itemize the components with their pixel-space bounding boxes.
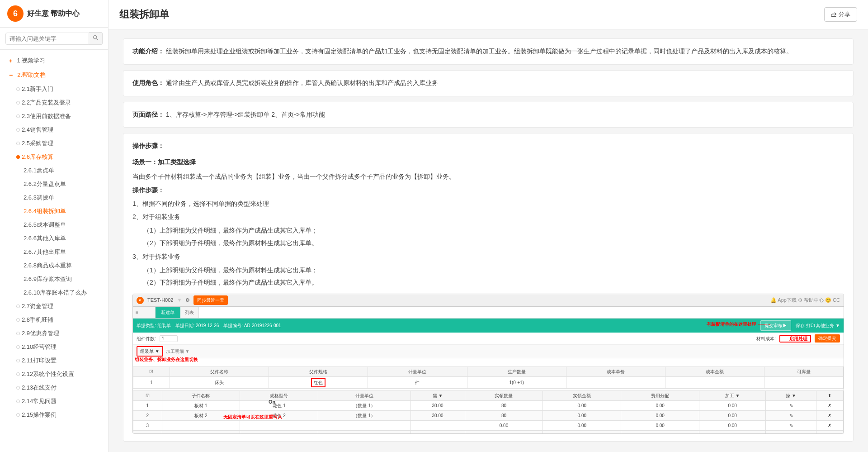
sidebar-item-2-8[interactable]: 2.8手机旺辅 [0, 313, 108, 327]
sidebar: 6 好生意 帮助中心 + 1.视频学习 − 2.帮助文档 2.1新手入门 2.2… [0, 0, 108, 452]
page-title: 组装拆卸单 [119, 8, 169, 21]
share-button[interactable]: 分享 [824, 7, 857, 22]
ss-type-switcher: 组装单 ▼ [137, 346, 163, 357]
ss-ltd-unit3 [318, 421, 410, 431]
ss-ltd-alloc3: 0.00 [621, 421, 699, 431]
sidebar-item-docs[interactable]: − 2.帮助文档 [0, 68, 108, 82]
ss-confirm-small-btn[interactable]: 确定提交 [815, 334, 840, 343]
screenshot-content: 6 TEST-H002 ▼ ⚙ 同步最近一天 🔔 App下载 ⚙ 帮助中心 😊 … [133, 294, 844, 433]
sidebar-item-2-5[interactable]: 2.5采购管理 [0, 137, 108, 150]
role-card: 使用角色： 通常由生产人员或库管人员完成拆装业务的操作，库管人员确认原材料的出库… [123, 70, 854, 96]
ss-lower-row1: 1 板材 1 花色-1 （数量-1） 30.00 80 0.00 0.00 0.… [133, 401, 844, 411]
sidebar-item-2-6-6[interactable]: 2.6.6其他入库单 [0, 232, 108, 245]
sidebar-item-2-2[interactable]: 2.2产品安装及登录 [0, 96, 108, 109]
dot-2-2 [16, 101, 20, 105]
ss-tab-list: 列表 [180, 307, 199, 318]
ss-orange-nav-btn: 同步最近一天 [193, 295, 228, 305]
ss-th-qty: 计量单位 [368, 367, 467, 377]
dot-2-15 [16, 413, 20, 417]
ss-td-check1: 1 [133, 377, 170, 389]
ss-ltd-1: 1 [133, 401, 162, 411]
function-intro-text: 组装拆卸单用来处理企业组装或拆卸等加工业务，支持有固定装配清单的产品加工业务，也… [166, 48, 793, 55]
sidebar-item-2-6-4[interactable]: 2.6.4组装拆卸单 [0, 205, 108, 218]
ss-ltd-amount4: 0.00 [543, 431, 621, 434]
ss-type-row-container: 组装单 ▼ 加工明细 ▼ 组装业务、拆卸业务在这里切换 [133, 345, 844, 358]
svg-point-0 [94, 36, 97, 39]
step3: 3、对于拆装业务 [132, 252, 844, 262]
sidebar-item-2-10[interactable]: 2.10经营管理 [0, 340, 108, 354]
sidebar-item-2-4[interactable]: 2.4销售管理 [0, 123, 108, 137]
ss-ltd-unit1: （数量-1） [318, 401, 410, 411]
sidebar-item-2-3[interactable]: 2.3使用前数据准备 [0, 109, 108, 123]
ss-ltd-icon4b: ✗ [816, 431, 843, 434]
dot-2-7 [16, 305, 20, 308]
sidebar-item-2-6-2[interactable]: 2.6.2分量盘点单 [0, 177, 108, 191]
annotation-enable: 启用处理 [789, 335, 807, 343]
step1: 1、根据不同的业务，选择不同单据的类型来处理 [132, 199, 844, 209]
sidebar-item-2-15[interactable]: 2.15操作案例 [0, 408, 108, 422]
ss-lower-table: ☑ 子件名称 规格型号 计量单位 需 ▼ 实领数量 实领金额 费用分配 加工 ▼ [133, 390, 844, 433]
ss-cost-label: 材料成本: [756, 335, 776, 343]
ss-th-goods: 父件名称 [170, 367, 269, 377]
search-input[interactable] [5, 33, 89, 45]
ss-form-type: 单据类型: 组装单 [137, 322, 171, 329]
step2-sub1: （1）上部明细为父件明细，最终作为产成品生成其它入库单； [143, 225, 844, 236]
ss-ltd-icon2b: ✗ [816, 411, 843, 421]
ss-ltd-4: 4 [133, 431, 162, 434]
ss-ltd-name1: 板材 1 [162, 401, 240, 411]
ss-icons-right: 🔔 App下载 ⚙ 帮助中心 😊 CC [770, 296, 840, 305]
scenario1-title: 场景一：加工类型选择 [132, 157, 844, 168]
dot-2-3 [16, 114, 20, 118]
ss-upper-table: ☑ 父件名称 父件规格 计量单位 生产数量 成本单价 成本金额 可库量 [133, 366, 844, 389]
sidebar-item-2-6[interactable]: 2.6库存核算 [0, 150, 108, 164]
dot-2-13 [16, 386, 20, 390]
ss-count-input[interactable] [160, 335, 178, 342]
sidebar-item-2-6-9[interactable]: 2.6.9库存账本查询 [0, 272, 108, 286]
sidebar-item-2-12[interactable]: 2.12系统个性化设置 [0, 367, 108, 381]
sidebar-item-2-6-3[interactable]: 2.6.3调拨单 [0, 191, 108, 205]
ss-lth-alloc: 加工 ▼ [699, 391, 766, 401]
ss-th-cost: 成本单价 [566, 367, 665, 377]
ss-lth-op: 操 ▼ [766, 391, 816, 401]
search-button[interactable] [89, 32, 103, 45]
sidebar-item-video[interactable]: + 1.视频学习 [0, 53, 108, 68]
sidebar-item-2-1[interactable]: 2.1新手入门 [0, 82, 108, 96]
dot-2-8 [16, 318, 20, 322]
ss-ltd-amount2: 0.00 [543, 411, 621, 421]
sidebar-item-2-6-1[interactable]: 2.6.1盘点单 [0, 164, 108, 177]
sidebar-item-2-9[interactable]: 2.9优惠券管理 [0, 327, 108, 340]
ss-ltd-need4 [410, 431, 465, 434]
sidebar-item-2-14[interactable]: 2.14常见问题 [0, 395, 108, 408]
ss-ltd-2: 2 [133, 411, 162, 421]
sidebar-item-2-6-7[interactable]: 2.6.7其他出库单 [0, 245, 108, 259]
ss-lower-row4: 4 0.00 0.00 0.00 0.00 ✎ [133, 431, 844, 434]
ss-lower-row3: 3 0.00 0.00 0.00 0.00 ✎ [133, 421, 844, 431]
dot-2-4 [16, 128, 20, 132]
sidebar-item-2-6-8[interactable]: 2.6.8商品成本重算 [0, 259, 108, 272]
ss-ltd-op1: 0.00 [699, 401, 766, 411]
ss-lower-table-area: ☑ 子件名称 规格型号 计量单位 需 ▼ 实领数量 实领金额 费用分配 加工 ▼ [133, 390, 844, 433]
sidebar-item-2-6-5[interactable]: 2.6.5成本调整单 [0, 218, 108, 232]
ss-ltd-3: 3 [133, 421, 162, 431]
ss-td-goods1: 床头 [170, 377, 269, 389]
ss-ltd-amount1: 0.00 [543, 401, 621, 411]
share-icon [831, 12, 837, 18]
sidebar-item-2-7[interactable]: 2.7资金管理 [0, 300, 108, 313]
ss-ltd-alloc4: 0.00 [621, 431, 699, 434]
ops-steps-label: 操作步骤： [132, 185, 844, 196]
sidebar-item-2-13[interactable]: 2.13在线支付 [0, 381, 108, 395]
ss-upper-row1: 1 床头 红色 件 1(0-+1) [133, 377, 844, 389]
ss-ltd-icon1a: ✎ [766, 401, 816, 411]
ss-lth-amount: 费用分配 [621, 391, 699, 401]
ss-ltd-actual2: 80 [465, 411, 543, 421]
step2: 2、对于组装业务 [132, 212, 844, 223]
role-text: 通常由生产人员或库管人员完成拆装业务的操作，库管人员确认原材料的出库和产成品的入… [166, 79, 438, 86]
ss-form-row1: 组件件数: 材料成本: 确定提交 [133, 333, 844, 345]
brand-name: 好生意 帮助中心 [27, 9, 80, 19]
sidebar-item-2-6-10[interactable]: 2.6.10库存账本错了么办 [0, 286, 108, 300]
ss-logo: 6 [137, 297, 144, 304]
sidebar-item-2-11[interactable]: 2.11打印设置 [0, 354, 108, 367]
ss-ltd-amount3: 0.00 [543, 421, 621, 431]
role-label: 使用角色： [132, 79, 164, 86]
ss-form-num: 单据编号: AD-20191226-001 [223, 322, 281, 329]
